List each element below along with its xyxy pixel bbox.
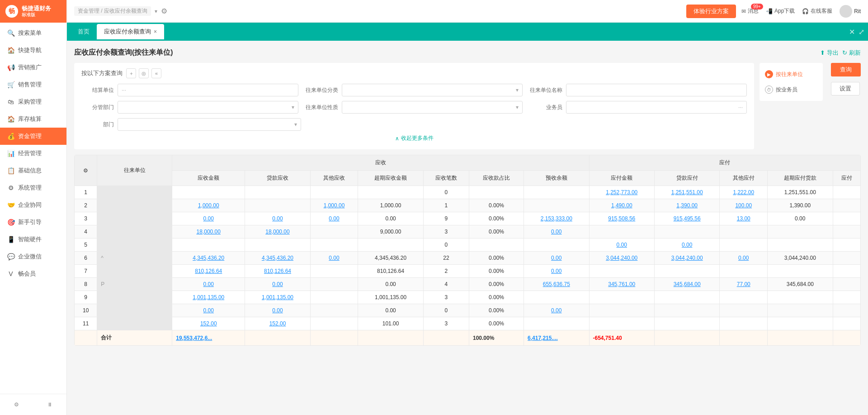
- online-service-btn[interactable]: 🎧 在线客服: [802, 7, 832, 15]
- tab-home[interactable]: 首页: [71, 24, 97, 39]
- sidebar-item-capital[interactable]: 💰 资金管理: [0, 128, 66, 145]
- filter-input-salesperson[interactable]: ···: [566, 101, 747, 114]
- dropdown-arrow-icon[interactable]: ▾: [155, 8, 157, 14]
- row-pay-other[interactable]: 77.00: [720, 278, 768, 291]
- row-pay-loan[interactable]: 345,684.00: [654, 278, 719, 291]
- row-pay-amt[interactable]: 1,490.00: [589, 199, 654, 212]
- filter-target-btn[interactable]: ◎: [139, 68, 149, 78]
- nav-item-by-partner[interactable]: ▶ 按往来单位: [760, 67, 823, 82]
- row-recv-loan[interactable]: 810,126.64: [245, 265, 310, 278]
- sidebar-item-inventory[interactable]: 🏠 库存核算: [0, 110, 66, 128]
- row-pay-amt[interactable]: [589, 317, 654, 330]
- row-recv-amt[interactable]: 0.00: [172, 304, 245, 317]
- row-pay-amt[interactable]: 3,044,240.00: [589, 252, 654, 265]
- sidebar-settings-btn[interactable]: ⚙: [10, 398, 23, 411]
- row-pay-loan[interactable]: [654, 265, 719, 278]
- row-recv-other[interactable]: [310, 186, 358, 199]
- row-pay-amt[interactable]: [589, 265, 654, 278]
- row-recv-prepay[interactable]: [524, 317, 589, 330]
- filter-input-settlement[interactable]: ···: [118, 84, 298, 96]
- row-recv-amt[interactable]: [172, 239, 245, 252]
- row-pay-other[interactable]: [720, 265, 768, 278]
- sidebar-item-search-menu[interactable]: 🔍 搜索菜单: [0, 24, 66, 42]
- row-recv-loan[interactable]: 0.00: [245, 212, 310, 225]
- row-pay-other[interactable]: 1,222.00: [720, 186, 768, 199]
- row-pay-other[interactable]: [720, 225, 768, 239]
- row-recv-prepay[interactable]: [524, 186, 589, 199]
- gear-icon[interactable]: ⚙: [161, 7, 167, 15]
- row-pay-other[interactable]: 0.00: [720, 252, 768, 265]
- row-pay-other[interactable]: [720, 291, 768, 304]
- th-settings[interactable]: ⚙: [75, 155, 97, 186]
- table-wrapper[interactable]: ⚙ 往来单位 应收 应付 应收金额 贷款应收 其他应收 超期应收金额 应收笔数: [74, 155, 861, 346]
- row-recv-other[interactable]: 0.00: [310, 252, 358, 265]
- sidebar-item-sales[interactable]: 🛒 销售管理: [0, 76, 66, 93]
- row-recv-amt[interactable]: 18,000.00: [172, 225, 245, 239]
- row-pay-loan[interactable]: 915,495.56: [654, 212, 719, 225]
- row-recv-prepay[interactable]: [524, 199, 589, 212]
- row-recv-loan[interactable]: [245, 239, 310, 252]
- row-pay-amt[interactable]: [589, 225, 654, 239]
- row-recv-other[interactable]: [310, 278, 358, 291]
- row-pay-other[interactable]: [720, 239, 768, 252]
- filter-input-partner-nature[interactable]: ▾: [342, 101, 523, 114]
- row-pay-loan[interactable]: [654, 304, 719, 317]
- sidebar-item-marketing[interactable]: 📢 营销推广: [0, 59, 66, 76]
- row-pay-loan[interactable]: [654, 225, 719, 239]
- maximize-icon[interactable]: ⤢: [859, 28, 864, 36]
- nav-item-by-business[interactable]: ⏱ 按业务员: [760, 82, 823, 97]
- filter-input-dept[interactable]: ▾: [118, 101, 298, 114]
- sidebar-item-guide[interactable]: 🎯 新手引导: [0, 214, 66, 231]
- row-pay-other[interactable]: [720, 317, 768, 330]
- row-recv-loan[interactable]: 0.00: [245, 278, 310, 291]
- row-recv-other[interactable]: [310, 225, 358, 239]
- row-recv-other[interactable]: [310, 239, 358, 252]
- sidebar-item-system[interactable]: ⚙ 系统管理: [0, 179, 66, 196]
- sidebar-item-operation[interactable]: 📊 经营管理: [0, 145, 66, 162]
- row-pay-amt[interactable]: 1,252,773.00: [589, 186, 654, 199]
- row-pay-amt[interactable]: 0.00: [589, 239, 654, 252]
- row-recv-loan[interactable]: 4,345,436.20: [245, 252, 310, 265]
- settings-btn[interactable]: 设置: [831, 82, 860, 95]
- sidebar-collapse-btn[interactable]: ⏸: [43, 398, 56, 411]
- sidebar-item-basic-info[interactable]: 📋 基础信息: [0, 162, 66, 179]
- row-recv-prepay[interactable]: [524, 239, 589, 252]
- row-pay-loan[interactable]: 1,251,551.00: [654, 186, 719, 199]
- row-recv-prepay[interactable]: 655,636.75: [524, 278, 589, 291]
- solution-btn[interactable]: 体验行业方案: [686, 5, 736, 18]
- row-recv-loan[interactable]: 0.00: [245, 304, 310, 317]
- tab-ar-ap[interactable]: 应收应付余额查询 ×: [97, 24, 164, 39]
- sidebar-item-purchase[interactable]: 🛍 采购管理: [0, 93, 66, 110]
- sidebar-item-hardware[interactable]: 📱 智能硬件: [0, 231, 66, 248]
- row-pay-amt[interactable]: [589, 291, 654, 304]
- sidebar-item-quick-nav[interactable]: 🏠 快捷导航: [0, 42, 66, 59]
- filter-add-btn[interactable]: ＋: [126, 68, 136, 78]
- row-recv-prepay[interactable]: 0.00: [524, 265, 589, 278]
- filter-input-partner-name[interactable]: [566, 84, 747, 96]
- query-btn[interactable]: 查询: [831, 63, 861, 76]
- row-pay-loan[interactable]: [654, 317, 719, 330]
- sidebar-item-member[interactable]: V 畅会员: [0, 265, 66, 282]
- row-recv-amt[interactable]: 0.00: [172, 212, 245, 225]
- row-recv-prepay[interactable]: 0.00: [524, 304, 589, 317]
- row-recv-other[interactable]: 0.00: [310, 212, 358, 225]
- row-pay-loan[interactable]: 3,044,240.00: [654, 252, 719, 265]
- row-pay-amt[interactable]: 345,761.00: [589, 278, 654, 291]
- row-recv-amt[interactable]: 152.00: [172, 317, 245, 330]
- row-recv-loan[interactable]: [245, 186, 310, 199]
- row-pay-amt[interactable]: [589, 304, 654, 317]
- close-window-icon[interactable]: ✕: [849, 28, 855, 36]
- row-recv-other[interactable]: [310, 304, 358, 317]
- row-pay-amt[interactable]: 915,508.56: [589, 212, 654, 225]
- messages-btn[interactable]: ✉ 消息 99+: [741, 7, 759, 15]
- app-download-btn[interactable]: 📲 App下载: [766, 7, 795, 15]
- collapse-btn[interactable]: ∧ 收起更多条件: [395, 134, 434, 142]
- row-recv-amt[interactable]: 4,345,436.20: [172, 252, 245, 265]
- sidebar-item-cooperation[interactable]: 🤝 企业协同: [0, 196, 66, 214]
- row-recv-loan[interactable]: [245, 199, 310, 212]
- filter-input-partner-type[interactable]: ▾: [342, 84, 523, 96]
- row-recv-amt[interactable]: 1,000.00: [172, 199, 245, 212]
- row-pay-loan[interactable]: [654, 291, 719, 304]
- sidebar-item-wechat[interactable]: 💬 企业微信: [0, 248, 66, 265]
- row-recv-loan[interactable]: 1,001,135.00: [245, 291, 310, 304]
